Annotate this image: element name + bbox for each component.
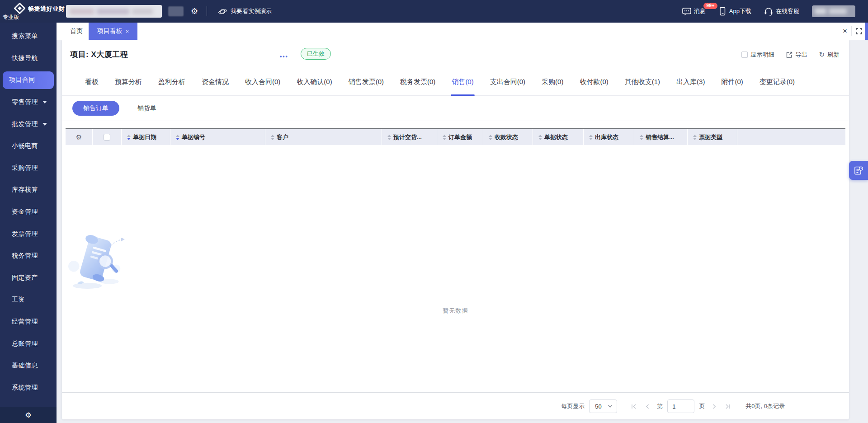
tab-expense-contract[interactable]: 支出合同(0): [482, 68, 533, 96]
close-all-icon[interactable]: ×: [843, 23, 847, 40]
sidebar-item-base-info[interactable]: 基础信息: [0, 355, 57, 377]
blur-blob: [829, 9, 847, 14]
col-ticket-type[interactable]: 票据类型: [688, 129, 737, 145]
chevron-down-icon: [42, 101, 47, 103]
content-card: 项目: X大厦工程 ••• 已生效 显示明细 导出 ↻ 刷新: [62, 40, 849, 419]
messages-button[interactable]: 消息 99+: [682, 7, 706, 16]
tab-sales[interactable]: 销售(0): [443, 68, 481, 96]
col-doc-date[interactable]: 单据日期: [122, 129, 170, 145]
online-service-button[interactable]: 在线客服: [764, 7, 799, 16]
sort-icon[interactable]: [538, 135, 542, 140]
document-tab-strip: 首页 项目看板 × ×: [57, 23, 868, 40]
last-page-icon[interactable]: [723, 404, 733, 409]
refresh-icon: ↻: [819, 51, 825, 59]
more-actions-icon[interactable]: •••: [280, 53, 288, 60]
sidebar-item-invoice[interactable]: 发票管理: [0, 223, 57, 245]
tab-profit-analysis[interactable]: 盈利分析: [150, 68, 193, 96]
col-expected-delivery[interactable]: 预计交货...: [382, 129, 437, 145]
subtab-sales-delivery[interactable]: 销货单: [136, 101, 158, 116]
col-label: 单据日期: [133, 133, 156, 141]
col-doc-status[interactable]: 单据状态: [533, 129, 584, 145]
user-name-redacted[interactable]: [812, 5, 855, 17]
sort-icon[interactable]: [489, 135, 492, 140]
select-all-checkbox[interactable]: [104, 134, 110, 141]
prev-page-icon[interactable]: [643, 404, 652, 409]
sort-icon[interactable]: [589, 135, 593, 140]
tab-budget-analysis[interactable]: 预算分析: [107, 68, 150, 96]
sidebar-item-fixed-assets[interactable]: 固定资产: [0, 267, 57, 289]
refresh-button[interactable]: ↻ 刷新: [819, 51, 839, 59]
sidebar-item-tax[interactable]: 税务管理: [0, 245, 57, 267]
sort-icon[interactable]: [387, 135, 391, 140]
app-download-button[interactable]: App下载: [718, 7, 751, 16]
fullscreen-icon[interactable]: [856, 28, 862, 34]
sort-icon[interactable]: [693, 135, 697, 140]
sidebar-item-retail[interactable]: 零售管理: [0, 91, 57, 113]
sub-tabs: 销售订单 销货单: [62, 96, 849, 121]
col-doc-number[interactable]: 单据编号: [170, 129, 265, 145]
sidebar-item-ecommerce[interactable]: 小畅电商: [0, 135, 57, 157]
sidebar-item-payroll[interactable]: 工资: [0, 289, 57, 311]
tab-payments[interactable]: 收付款(0): [571, 68, 616, 96]
pagination-bar: 每页显示 50 第 页 共0页, 0条记录: [62, 392, 849, 419]
project-title-row: 项目: X大厦工程 ••• 已生效 显示明细 导出 ↻ 刷新: [62, 40, 849, 68]
tab-income-confirm[interactable]: 收入确认(0): [288, 68, 340, 96]
tab-income-contract[interactable]: 收入合同(0): [237, 68, 288, 96]
sidebar-item-funds[interactable]: 资金管理: [0, 201, 57, 223]
col-label: 客户: [277, 133, 288, 141]
sidebar-item-label: 总账管理: [12, 340, 38, 348]
sort-icon[interactable]: [443, 135, 446, 140]
blur-patch: [168, 6, 184, 16]
column-settings-gear-icon[interactable]: ⚙: [66, 129, 93, 145]
col-customer[interactable]: 客户: [265, 129, 382, 145]
sort-icon[interactable]: [127, 135, 131, 140]
report-float-button[interactable]: [849, 161, 868, 180]
sidebar-item-purchase[interactable]: 采购管理: [0, 157, 57, 179]
col-receipt-status[interactable]: 收款状态: [483, 129, 533, 145]
col-order-amount[interactable]: 订单金额: [437, 129, 483, 145]
status-badge: 已生效: [301, 48, 331, 60]
sidebar-item-search-menu[interactable]: 搜索菜单: [0, 25, 57, 47]
online-service-label: 在线客服: [776, 7, 799, 15]
tab-board[interactable]: 看板: [77, 68, 107, 96]
col-sales-settlement[interactable]: 销售结算...: [634, 129, 688, 145]
sidebar-item-project-contract[interactable]: 项目合同: [0, 69, 57, 91]
sidebar-item-system[interactable]: 系统管理: [0, 377, 57, 399]
tab-other-income-expense[interactable]: 其他收支(1): [617, 68, 668, 96]
next-page-icon[interactable]: [709, 404, 719, 409]
export-button[interactable]: 导出: [786, 51, 807, 59]
col-label: 销售结算...: [646, 133, 674, 141]
tab-change-log[interactable]: 变更记录(0): [751, 68, 803, 96]
show-detail-toggle[interactable]: 显示明细: [741, 51, 774, 59]
tab-sales-invoice[interactable]: 销售发票(0): [340, 68, 392, 96]
sidebar-item-inventory[interactable]: 库存核算: [0, 179, 57, 201]
per-page-select[interactable]: 50: [589, 400, 617, 413]
sidebar-gear-icon[interactable]: ⚙: [25, 411, 31, 419]
page-input[interactable]: [667, 400, 694, 413]
col-filler: [737, 129, 845, 145]
sidebar-item-quick-nav[interactable]: 快捷导航: [0, 47, 57, 70]
blur-blob: [132, 9, 153, 14]
col-outbound-status[interactable]: 出库状态: [584, 129, 634, 145]
sidebar-item-operations[interactable]: 经营管理: [0, 311, 57, 333]
col-label: 票据类型: [699, 133, 722, 141]
show-detail-checkbox[interactable]: [741, 52, 748, 58]
tab-in-out-stock[interactable]: 出入库(3): [668, 68, 713, 96]
sidebar-item-general-ledger[interactable]: 总账管理: [0, 333, 57, 355]
tab-tax-invoice[interactable]: 税务发票(0): [392, 68, 443, 96]
first-page-icon[interactable]: [629, 404, 638, 409]
no-data-illustration: [62, 227, 130, 295]
tab-funds-status[interactable]: 资金情况: [193, 68, 237, 96]
settings-gear-icon[interactable]: ⚙: [191, 0, 198, 23]
sort-icon[interactable]: [176, 135, 179, 140]
tab-close-icon[interactable]: ×: [126, 28, 129, 35]
sort-icon[interactable]: [640, 135, 643, 140]
tab-home[interactable]: 首页: [70, 23, 83, 40]
tab-project-board[interactable]: 项目看板 ×: [89, 23, 137, 40]
demo-link[interactable]: 我要看实例演示: [218, 0, 272, 23]
sidebar-item-wholesale[interactable]: 批发管理: [0, 113, 57, 135]
sort-icon[interactable]: [271, 135, 274, 140]
tab-attachments[interactable]: 附件(0): [713, 68, 751, 96]
subtab-sales-order[interactable]: 销售订单: [72, 101, 119, 116]
tab-purchase[interactable]: 采购(0): [533, 68, 571, 96]
